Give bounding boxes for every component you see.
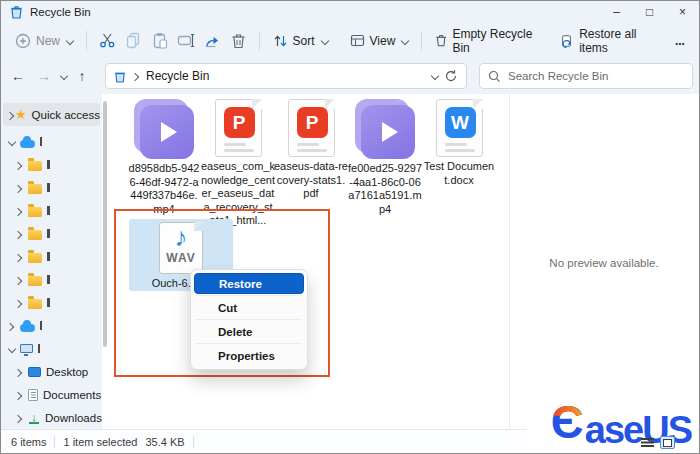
context-menu: Restore Cut Delete Properties xyxy=(190,269,308,370)
copy-icon xyxy=(125,32,141,49)
file-name: easeus-data-recovery-stats1.pdf xyxy=(274,160,348,201)
address-row: ← → ↑ Recycle Bin xyxy=(1,58,699,94)
restore-all-items-label: Restore all items xyxy=(579,27,657,55)
sidebar-item-downloads[interactable]: ↓ Downloads xyxy=(1,406,102,429)
view-button[interactable]: View xyxy=(344,30,415,52)
docx-file-icon: W xyxy=(436,99,483,157)
chevron-right-icon[interactable] xyxy=(15,299,23,307)
chevron-right-icon[interactable] xyxy=(15,391,23,399)
minimize-button[interactable]: – xyxy=(600,1,633,23)
sort-button[interactable]: Sort xyxy=(267,30,334,52)
new-button[interactable]: New xyxy=(9,29,79,53)
up-button[interactable]: ↑ xyxy=(69,68,95,84)
chevron-right-icon[interactable] xyxy=(15,230,23,238)
monitor-icon xyxy=(20,344,33,353)
chevron-right-icon[interactable] xyxy=(15,414,23,422)
sidebar-item-folder[interactable] xyxy=(1,199,102,222)
delete-button[interactable] xyxy=(225,28,251,54)
trash-icon xyxy=(435,33,447,48)
sidebar-item-onedrive[interactable] xyxy=(1,130,102,153)
sidebar-scrollbar[interactable] xyxy=(103,101,107,347)
chevron-right-icon[interactable] xyxy=(15,184,23,192)
truncated-label xyxy=(40,137,42,146)
recycle-bin-icon xyxy=(10,5,23,19)
empty-recycle-bin-button[interactable]: Empty Recycle Bin xyxy=(429,23,546,59)
sidebar-item-desktop[interactable]: Desktop xyxy=(1,360,102,383)
cloud-icon xyxy=(20,140,35,148)
address-bar[interactable]: Recycle Bin xyxy=(105,63,467,89)
cloud-icon xyxy=(20,324,35,332)
back-button[interactable]: ← xyxy=(5,68,31,84)
truncated-label xyxy=(47,298,50,307)
address-dropdown-chevron-icon[interactable] xyxy=(430,72,438,80)
chevron-right-icon[interactable] xyxy=(15,253,23,261)
toolbar-divider xyxy=(421,31,422,51)
file-name: easeus_com_knowledge_center_easeus_data_… xyxy=(201,160,275,228)
sidebar-item-folder[interactable] xyxy=(1,268,102,291)
rename-button[interactable] xyxy=(173,28,199,54)
file-item-mp4-2[interactable]: fe00ed25-9297-4aa1-86c0-06a7161a5191.mp4 xyxy=(348,99,422,216)
large-thumbnails-view-icon[interactable] xyxy=(660,436,675,449)
document-icon xyxy=(28,389,38,401)
sidebar-item-folder[interactable] xyxy=(1,222,102,245)
context-menu-item-restore[interactable]: Restore xyxy=(194,273,304,294)
copy-button[interactable] xyxy=(120,28,146,54)
explorer-window: Recycle Bin – □ × New xyxy=(0,0,700,454)
easeus-logo-e: Є Є xyxy=(551,404,585,452)
pdf-file-icon: P xyxy=(215,99,262,157)
sidebar-item-onedrive-2[interactable] xyxy=(1,314,102,337)
chevron-down-icon xyxy=(400,37,408,45)
more-options-button[interactable]: ... xyxy=(669,30,691,52)
cut-button[interactable] xyxy=(94,28,120,54)
chevron-right-icon[interactable] xyxy=(15,161,23,169)
file-item-docx[interactable]: W Test Document.docx xyxy=(422,99,496,187)
chevron-right-icon[interactable] xyxy=(15,276,23,284)
pdf-file-icon: P xyxy=(288,99,335,157)
menu-separator xyxy=(196,295,302,296)
search-box[interactable] xyxy=(479,63,693,89)
sidebar-item-folder[interactable] xyxy=(1,176,102,199)
context-menu-item-delete[interactable]: Delete xyxy=(194,321,304,342)
maximize-button[interactable]: □ xyxy=(633,1,666,23)
truncated-label xyxy=(47,275,50,284)
sidebar-item-folder[interactable] xyxy=(1,245,102,268)
details-view-icon[interactable] xyxy=(641,437,654,448)
chevron-right-icon[interactable] xyxy=(15,368,23,376)
context-menu-item-cut[interactable]: Cut xyxy=(194,297,304,318)
video-file-icon xyxy=(134,99,194,159)
file-name: fe00ed25-9297-4aa1-86c0-06a7161a5191.mp4 xyxy=(348,162,422,216)
chevron-right-icon[interactable] xyxy=(15,207,23,215)
paste-button[interactable] xyxy=(146,28,172,54)
chevron-down-icon[interactable] xyxy=(7,345,15,353)
sidebar-item-label: Desktop xyxy=(46,366,88,378)
menu-separator xyxy=(196,319,302,320)
breadcrumb[interactable]: Recycle Bin xyxy=(146,69,209,83)
file-item-pdf-2[interactable]: P easeus-data-recovery-stats1.pdf xyxy=(274,99,348,201)
sidebar-item-folder[interactable] xyxy=(1,291,102,314)
chevron-down-icon[interactable] xyxy=(7,138,15,146)
forward-button[interactable]: → xyxy=(31,68,57,84)
file-item-mp4-1[interactable]: d8958db5-9426-46df-9472-a449f337b46e.mp4 xyxy=(127,99,201,216)
preview-message: No preview available. xyxy=(509,257,699,269)
chevron-right-icon[interactable] xyxy=(7,322,15,330)
recent-locations-chevron-icon[interactable] xyxy=(59,72,67,80)
statusbar-view-toggles xyxy=(641,436,675,449)
sidebar-item-quick-access[interactable]: ★ Quick access xyxy=(3,103,100,126)
chevron-down-icon xyxy=(320,37,328,45)
context-menu-item-properties[interactable]: Properties xyxy=(194,345,304,366)
scissors-icon xyxy=(99,32,116,49)
refresh-icon[interactable] xyxy=(444,69,458,83)
item-count: 6 items xyxy=(11,436,46,448)
search-input[interactable] xyxy=(508,70,668,82)
file-item-pdf-1[interactable]: P easeus_com_knowledge_center_easeus_dat… xyxy=(201,99,275,228)
sidebar-item-this-pc[interactable] xyxy=(1,337,102,360)
share-button[interactable] xyxy=(199,28,225,54)
restore-all-items-button[interactable]: Restore all items xyxy=(554,23,663,59)
sidebar-item-folder[interactable] xyxy=(1,153,102,176)
navigation-pane: ★ Quick access xyxy=(1,94,102,429)
chevron-right-icon[interactable] xyxy=(7,111,10,119)
truncated-label xyxy=(38,344,40,353)
close-button[interactable]: × xyxy=(666,1,699,23)
sidebar-item-documents[interactable]: Documents xyxy=(1,383,102,406)
sort-arrows-icon xyxy=(273,34,288,48)
